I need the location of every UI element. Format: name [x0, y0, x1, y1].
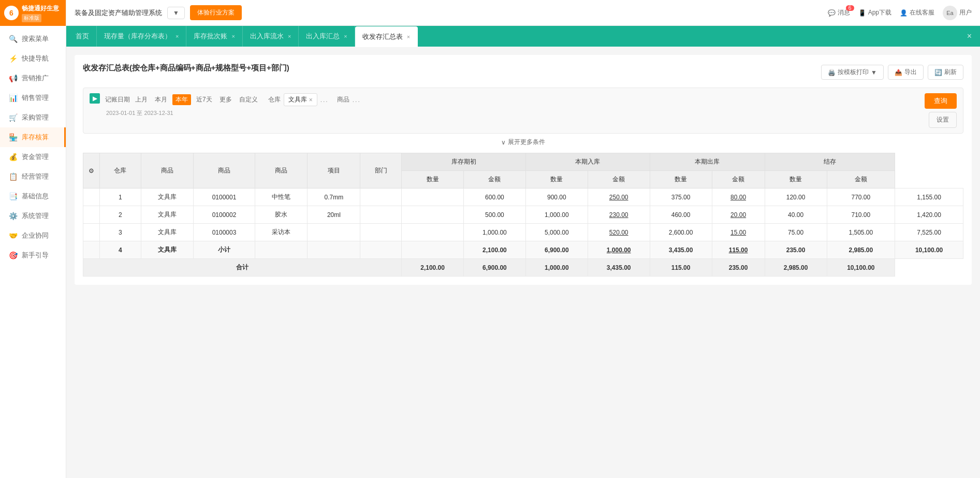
tab-batch[interactable]: 库存批次账 ×: [186, 26, 242, 47]
row-in-qty[interactable]: 230.00: [588, 206, 650, 224]
total-balance-amt: 10,100.00: [827, 259, 895, 277]
online-service-action[interactable]: 👤 在线客服: [900, 8, 934, 17]
goods-dots[interactable]: ...: [353, 96, 361, 104]
row-in-qty[interactable]: 520.00: [588, 224, 650, 241]
col-balance-header: 结存: [765, 153, 895, 171]
sidebar-item-label: 营销推广: [22, 74, 49, 83]
sidebar-item-purchase[interactable]: 🛒 采购管理: [0, 108, 66, 127]
sidebar-item-collab[interactable]: 🤝 企业协同: [0, 226, 66, 245]
date-this-month-btn[interactable]: 本月: [153, 94, 169, 105]
tab-close-inout-summary[interactable]: ×: [344, 34, 347, 39]
refresh-button[interactable]: 🔄 刷新: [928, 65, 963, 80]
row-project: [360, 189, 402, 206]
tab-close-stock-dist[interactable]: ×: [175, 34, 179, 39]
sidebar-item-search[interactable]: 🔍 搜索菜单: [0, 29, 66, 49]
date-filter: 记账日期 上月 本月 本年 近7天 更多 自定义: [105, 94, 260, 105]
table-row: 3文具库0100003采访本1,000.005,000.00520.002,60…: [83, 224, 963, 241]
row-out-amt: 75.00: [765, 224, 827, 241]
tab-inout-summary[interactable]: 出入库汇总 ×: [299, 26, 355, 47]
inventory-icon: 🏪: [8, 133, 18, 142]
settings-icon[interactable]: ⚙: [89, 167, 94, 175]
row-in-qty[interactable]: 1,000.00: [588, 241, 650, 259]
row-opening-amt: 5,000.00: [525, 224, 588, 241]
table-row: 2文具库0100002胶水20ml500.001,000.00230.00460…: [83, 206, 963, 224]
sidebar-item-operations[interactable]: 📋 经营管理: [0, 167, 66, 186]
row-out-qty[interactable]: 115.00: [712, 241, 765, 259]
col-goods-code-header: 商品: [141, 153, 193, 189]
tab-bar: 首页 现存量（库存分布表） × 库存批次账 × 出入库流水 × 出入库汇总 × …: [66, 26, 980, 47]
sidebar-item-guide[interactable]: 🎯 新手引导: [0, 245, 66, 265]
date-7days-btn[interactable]: 近7天: [194, 94, 214, 105]
tab-bar-close[interactable]: ×: [959, 32, 980, 41]
total-out-qty: 115.00: [650, 259, 712, 277]
avatar: Ea: [943, 6, 957, 20]
warehouse-dots[interactable]: ...: [320, 96, 329, 104]
col-project-header: 项目: [308, 153, 360, 189]
row-warehouse: 文具库: [141, 241, 193, 259]
tab-close-inout-flow[interactable]: ×: [288, 34, 291, 39]
sidebar-item-label: 搜索菜单: [22, 34, 49, 44]
tab-home[interactable]: 首页: [68, 26, 97, 47]
sidebar-item-inventory[interactable]: 🏪 库存核算: [0, 127, 66, 147]
system-dropdown[interactable]: ▼: [167, 7, 185, 19]
total-balance-qty: 2,985.00: [765, 259, 827, 277]
print-button[interactable]: 🖨️ 按模板打印 ▼: [821, 65, 884, 80]
total-out-amt: 235.00: [712, 259, 765, 277]
tab-recv-send-summary[interactable]: 收发存汇总表 ×: [355, 26, 418, 47]
tab-inout-flow[interactable]: 出入库流水 ×: [243, 26, 299, 47]
row-settings: [83, 241, 100, 259]
warehouse-tag[interactable]: 文具库 ×: [284, 93, 317, 106]
row-goods-name: 胶水: [255, 206, 308, 224]
row-balance-qty: 710.00: [827, 206, 895, 224]
row-out-qty[interactable]: 80.00: [712, 189, 765, 206]
export-button[interactable]: 📤 导出: [888, 65, 924, 80]
date-this-year-btn[interactable]: 本年: [172, 94, 191, 105]
tab-close-recv-send-summary[interactable]: ×: [407, 34, 410, 40]
expand-conditions-button[interactable]: ∨ 展开更多条件: [501, 138, 545, 147]
row-warehouse: 文具库: [141, 224, 193, 241]
date-more-btn[interactable]: 更多: [217, 94, 234, 105]
row-no: 2: [100, 206, 141, 224]
col-out-header: 本期出库: [650, 153, 765, 171]
date-custom-btn[interactable]: 自定义: [237, 94, 260, 105]
sidebar-item-quick-nav[interactable]: ⚡ 快捷导航: [0, 49, 66, 68]
warehouse-tag-close[interactable]: ×: [309, 96, 313, 104]
sidebar-item-label: 快捷导航: [22, 54, 49, 63]
sidebar-item-marketing[interactable]: 📢 营销推广: [0, 68, 66, 88]
col-in-amt-header: 金额: [588, 171, 650, 189]
row-opening-qty: 500.00: [464, 206, 526, 224]
sidebar-item-system[interactable]: ⚙️ 系统管理: [0, 206, 66, 226]
row-balance-amt: 1,155.00: [895, 189, 963, 206]
filter-settings-button[interactable]: 设置: [929, 112, 957, 128]
sidebar-item-label: 经营管理: [22, 172, 49, 181]
table-row: 1文具库0100001中性笔0.7mm600.00900.00250.00375…: [83, 189, 963, 206]
tab-stock-dist[interactable]: 现存量（库存分布表） ×: [97, 26, 186, 47]
sidebar-item-basic-info[interactable]: 📑 基础信息: [0, 186, 66, 206]
row-in-amt: 460.00: [650, 206, 712, 224]
system-icon: ⚙️: [8, 211, 18, 221]
row-department: [402, 224, 464, 241]
filter-arrow-button[interactable]: ▶: [90, 93, 100, 104]
query-button[interactable]: 查询: [925, 93, 957, 109]
app-download-action[interactable]: 📱 App下载: [858, 8, 891, 17]
row-goods-code: 0100002: [193, 206, 255, 224]
col-opening-header: 库存期初: [402, 153, 526, 171]
search-icon: 🔍: [8, 34, 18, 44]
user-action[interactable]: Ea 用户: [943, 6, 972, 20]
row-project: [360, 224, 402, 241]
total-row: 合计 2,100.00 6,900.00 1,000.00 3,435.00 1…: [83, 259, 963, 277]
row-out-qty[interactable]: 20.00: [712, 206, 765, 224]
sidebar-item-finance[interactable]: 💰 资金管理: [0, 147, 66, 167]
date-last-month-btn[interactable]: 上月: [133, 94, 150, 105]
trial-button[interactable]: 体验行业方案: [190, 5, 242, 20]
tab-close-batch[interactable]: ×: [231, 34, 235, 39]
logo-text: 畅捷通好生意 标准版: [22, 4, 59, 22]
sidebar-item-sales[interactable]: 📊 销售管理: [0, 88, 66, 108]
row-goods-code: 小计: [193, 241, 255, 259]
row-out-qty[interactable]: 15.00: [712, 224, 765, 241]
row-in-qty[interactable]: 250.00: [588, 189, 650, 206]
row-department: [402, 206, 464, 224]
row-goods-spec: 0.7mm: [308, 189, 360, 206]
message-action[interactable]: 💬 消息 6: [828, 8, 850, 17]
collab-icon: 🤝: [8, 231, 18, 240]
